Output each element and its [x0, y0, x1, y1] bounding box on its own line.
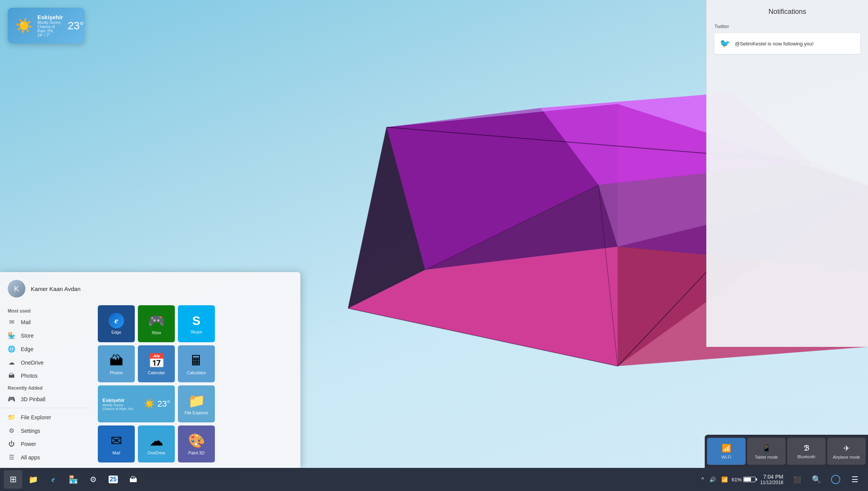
taskbar-photos[interactable]: 🏔 [124, 470, 142, 489]
weather-tile-right: ☀️ 23° [144, 399, 170, 409]
weather-widget[interactable]: ☀️ Eskişehir Mostly Sunny Chance of Rain… [8, 8, 85, 44]
qs-wifi[interactable]: 📶 Wi-Fi [707, 438, 746, 465]
tile-mail[interactable]: ✉ Mail [98, 425, 135, 462]
taskbar: ⊞ 📁 e 🏪 ⚙ 25 🏔 ^ 🔊 📶 61% 7:04 PM 11/12/2… [0, 468, 868, 491]
sidebar-item-mail[interactable]: ✉ Mail [0, 315, 92, 329]
taskbar-right-buttons: ⬛ 🔍 ☰ [788, 470, 864, 489]
tile-xbox-label: Xbox [150, 330, 163, 335]
xbox-icon: 🎮 [148, 313, 165, 329]
cortana-icon [831, 475, 840, 484]
tiles-row-4: ✉ Mail ☁ OneDrive 🎨 Paint 3D [98, 425, 295, 462]
wifi-qs-icon: 📶 [722, 444, 731, 453]
qs-tablet[interactable]: 📱 Tablet mode [747, 438, 786, 465]
onedrive-icon: ☁ [8, 359, 15, 366]
weather-city: Eskişehir [37, 14, 63, 20]
tablet-qs-icon: 📱 [762, 444, 771, 453]
taskbar-calendar[interactable]: 25 [104, 470, 122, 489]
taskbar-clock[interactable]: 7:04 PM 11/12/2018 [757, 474, 786, 485]
taskbar-settings[interactable]: ⚙ [84, 470, 102, 489]
explorer-taskbar-icon: 📁 [28, 475, 38, 484]
tile-onedrive[interactable]: ☁ OneDrive [138, 425, 175, 462]
taskbar-explorer[interactable]: 📁 [24, 470, 42, 489]
twitter-icon: 🐦 [720, 39, 730, 49]
systray: ^ 🔊 📶 61% [700, 475, 756, 484]
edge-taskbar-icon: e [52, 476, 55, 484]
tile-skype[interactable]: S Skype [178, 305, 215, 342]
sidebar-item-3dpinball[interactable]: 🎮 3D Pinball [0, 392, 92, 406]
start-button[interactable]: ⊞ [4, 470, 22, 489]
sidebar-power-label: Power [21, 441, 36, 447]
tile-paint3d[interactable]: 🎨 Paint 3D [178, 425, 215, 462]
notification-panel: Notifications Twitter 🐦 @SelimKestel is … [706, 0, 868, 347]
tile-weather[interactable]: Eskişehir Mostly Sunny Chance of Rain: 0… [98, 385, 175, 422]
3dpinball-icon: 🎮 [8, 395, 15, 403]
weather-tile-sub: Chance of Rain: 0% [102, 407, 133, 411]
tile-calculator[interactable]: 🖩 Calculator [178, 345, 215, 382]
systray-wifi[interactable]: 📶 [720, 475, 729, 484]
qs-airplane[interactable]: ✈ Airplane mode [827, 438, 866, 465]
weather-sun-icon: ☀️ [15, 18, 33, 34]
weather-tile-city: Eskişehir [102, 397, 133, 403]
sidebar-item-onedrive[interactable]: ☁ OneDrive [0, 356, 92, 369]
tiles-panel: e Edge 🎮 Xbox S Skype 🏔 Photos [92, 301, 300, 468]
sidebar-store-label: Store [21, 333, 34, 339]
sidebar-item-allapps[interactable]: ☰ All apps [0, 451, 92, 464]
user-name: Kamer Kaan Avdan [31, 286, 80, 292]
tile-xbox[interactable]: 🎮 Xbox [138, 305, 175, 342]
systray-battery[interactable]: 61% [732, 477, 756, 483]
start-menu: K Kamer Kaan Avdan Most used ✉ Mail 🏪 St… [0, 272, 300, 468]
sidebar-item-power[interactable]: ⏻ Power [0, 437, 92, 451]
bluetooth-qs-icon: ℬ [804, 444, 809, 452]
search-button[interactable]: 🔍 [807, 470, 826, 489]
calculator-tile-icon: 🖩 [189, 353, 203, 369]
mail-icon: ✉ [8, 318, 15, 326]
tile-mail-label: Mail [111, 451, 122, 455]
systray-chevron[interactable]: ^ [700, 475, 705, 484]
tiles-row-1: e Edge 🎮 Xbox S Skype [98, 305, 295, 342]
tile-calendar-label: Calendar [146, 370, 167, 375]
battery-bar [743, 477, 756, 482]
sidebar-fileexplorer-label: File Explorer [21, 414, 51, 420]
wifi-qs-label: Wi-Fi [721, 455, 731, 459]
user-section: K Kamer Kaan Avdan [0, 272, 300, 301]
sidebar-mail-label: Mail [21, 319, 31, 325]
twitter-section-label: Twitter [714, 24, 860, 29]
tile-edge-label: Edge [110, 330, 123, 335]
settings-icon: ⚙ [8, 427, 15, 434]
allapps-icon: ☰ [8, 454, 15, 461]
photos-icon: 🏔 [8, 372, 15, 379]
sidebar-onedrive-label: OneDrive [21, 360, 44, 366]
weather-tile-desc: Mostly Sunny [102, 403, 133, 407]
quick-settings-panel: 📶 Wi-Fi 📱 Tablet mode ℬ Bluetooth ✈ Airp… [705, 435, 868, 468]
sidebar-item-fileexplorer[interactable]: 📁 File Explorer [0, 410, 92, 424]
task-view-button[interactable]: ⬛ [788, 470, 806, 489]
tile-fileexplorer[interactable]: 📁 File Explorer [178, 385, 215, 422]
search-icon: 🔍 [812, 475, 821, 484]
tile-photos[interactable]: 🏔 Photos [98, 345, 135, 382]
tile-calendar[interactable]: 📅 Calendar [138, 345, 175, 382]
weather-desc: Mostly Sunny [37, 20, 63, 25]
tile-paint3d-label: Paint 3D [187, 451, 206, 455]
notifications-title: Notifications [714, 8, 860, 16]
sidebar-3dpinball-label: 3D Pinball [21, 396, 45, 402]
systray-volume[interactable]: 🔊 [708, 475, 717, 484]
sidebar-item-edge[interactable]: 🌐 Edge [0, 342, 92, 356]
action-center-button[interactable]: ☰ [846, 470, 864, 489]
edge-icon: 🌐 [8, 345, 15, 353]
mail-tile-icon: ✉ [111, 433, 122, 449]
sidebar-item-store[interactable]: 🏪 Store [0, 329, 92, 342]
tile-edge[interactable]: e Edge [98, 305, 135, 342]
sidebar-item-settings[interactable]: ⚙ Settings [0, 424, 92, 437]
qs-bluetooth[interactable]: ℬ Bluetooth [787, 438, 826, 465]
weather-tile-temp: 23° [158, 399, 170, 409]
taskbar-store[interactable]: 🏪 [64, 470, 82, 489]
battery-percent: 61% [732, 477, 742, 483]
sidebar-photos-label: Photos [21, 373, 38, 379]
sidebar-item-photos[interactable]: 🏔 Photos [0, 369, 92, 382]
edge-tile-icon: e [109, 313, 124, 328]
recently-added-label: Recently Added [0, 382, 92, 392]
cortana-button[interactable] [826, 470, 845, 489]
twitter-notification-card[interactable]: 🐦 @SelimKestel is now following you! [714, 33, 860, 54]
taskbar-edge[interactable]: e [44, 470, 62, 489]
avatar[interactable]: K [8, 280, 25, 298]
